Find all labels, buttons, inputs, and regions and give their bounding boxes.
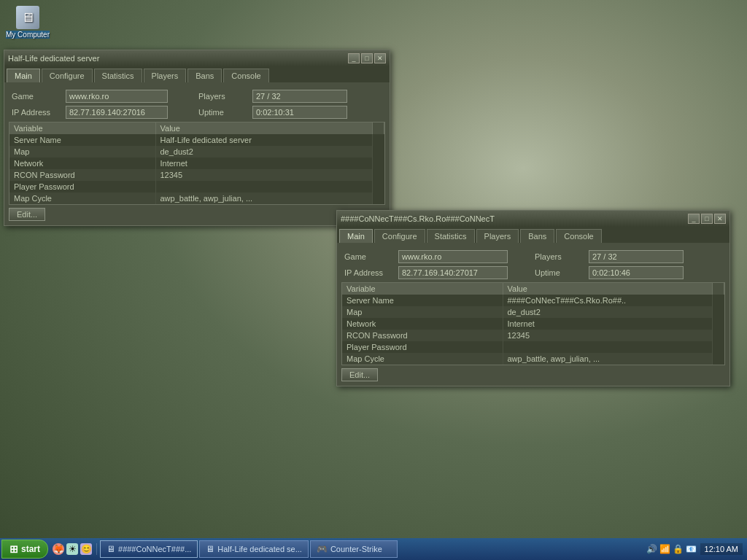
window1-close-button[interactable]: ✕: [374, 53, 386, 63]
window1-edit-button[interactable]: Edit...: [9, 208, 45, 221]
window1-ip-field: IP Address: [12, 106, 196, 119]
window2-tab-players[interactable]: Players: [476, 229, 519, 243]
window2-edit-button[interactable]: Edit...: [341, 368, 378, 381]
window1-minimize-button[interactable]: _: [348, 53, 360, 63]
window1-tab-main[interactable]: Main: [7, 69, 40, 82]
window1-row-val-2: Internet: [155, 158, 373, 169]
window1-titlebar: Half-Life dedicated server _ □ ✕: [4, 50, 390, 66]
my-computer-label: My Computer: [6, 31, 50, 39]
window1-tab-players[interactable]: Players: [144, 69, 187, 82]
taskbar-items: 🖥 ####CoNNecT###... 🖥 Half-Life dedicate…: [97, 540, 642, 558]
window2-players-field: Players: [535, 250, 722, 263]
window1-game-field: Game: [12, 90, 196, 103]
window1-row-var-3: RCON Password: [9, 169, 155, 181]
window2-close-button[interactable]: ✕: [714, 214, 726, 224]
taskbar-item-halflife[interactable]: 🖥 Half-Life dedicated se...: [199, 540, 309, 558]
table-row: Map Cycleawp_battle, awp_julian, ...: [9, 192, 384, 204]
window1-row-var-0: Server Name: [9, 134, 155, 146]
systray-icon-4: 📧: [686, 543, 697, 555]
taskbar-item-halflife-icon: 🖥: [206, 544, 214, 554]
window1-tab-statistics[interactable]: Statistics: [94, 69, 142, 82]
taskbar-right: 🔊 📶 🔒 📧 12:10 AM: [642, 543, 747, 555]
window1-fields: Game Players IP Address Uptime: [9, 87, 385, 122]
window2-tab-console[interactable]: Console: [556, 229, 601, 243]
window1-players-field: Players: [198, 90, 382, 103]
table-row: Server Name####CoNNecT###Cs.Rko.Ro##..: [342, 295, 724, 306]
window2-tab-main[interactable]: Main: [339, 229, 373, 243]
window1-tab-console[interactable]: Console: [223, 69, 268, 82]
start-button[interactable]: ⊞ start: [1, 540, 48, 559]
taskbar-item-halflife-label: Half-Life dedicated se...: [217, 545, 302, 553]
window1-tab-bans[interactable]: Bans: [187, 69, 222, 82]
taskbar-item-connect[interactable]: 🖥 ####CoNNecT###...: [100, 540, 198, 558]
window2-row-var-3: RCON Password: [342, 330, 503, 341]
window2-tab-configure[interactable]: Configure: [374, 229, 425, 243]
window1-table: Variable Value Server NameHalf-Life dedi…: [9, 122, 384, 204]
window2-players-label: Players: [535, 252, 586, 261]
systray-icon-3: 🔒: [673, 543, 684, 555]
window2-players-input[interactable]: [589, 250, 684, 263]
window1-row-var-4: Player Password: [9, 181, 155, 192]
window2-ip-input[interactable]: [398, 266, 508, 279]
window2-row-var-4: Player Password: [342, 341, 503, 353]
window2-table: Variable Value Server Name####CoNNecT###…: [342, 283, 724, 365]
window2-col-variable: Variable: [342, 283, 503, 295]
window2-game-label: Game: [344, 252, 395, 261]
window1-restore-button[interactable]: □: [361, 53, 373, 63]
window2-tab-statistics[interactable]: Statistics: [427, 229, 475, 243]
window1-tab-configure[interactable]: Configure: [42, 69, 93, 82]
taskbar: ⊞ start 🦊 ☀ 😊 🖥 ####CoNNecT###... 🖥 Half…: [0, 538, 747, 560]
desktop: 🖥 My Computer Half-Life dedicated server…: [0, 0, 747, 560]
window1-uptime-label: Uptime: [198, 108, 249, 117]
window2-row-val-5: awp_battle, awp_julian, ...: [503, 353, 713, 365]
window1-players-label: Players: [198, 92, 249, 101]
table-row: Mapde_dust2: [9, 146, 384, 158]
taskbar-clock: 12:10 AM: [700, 543, 743, 555]
window2-game-input[interactable]: [398, 250, 508, 263]
window2-ip-label: IP Address: [344, 268, 395, 277]
my-computer-icon[interactable]: 🖥 My Computer: [6, 6, 50, 39]
window2-row-var-0: Server Name: [342, 295, 503, 306]
window1-row-val-1: de_dust2: [155, 146, 373, 158]
window1-controls: _ □ ✕: [348, 53, 386, 63]
taskbar-item-connect-label: ####CoNNecT###...: [118, 545, 191, 553]
ql-icon-2[interactable]: ☀: [66, 543, 78, 555]
my-computer-icon-img: 🖥: [16, 6, 39, 29]
window1-content: Game Players IP Address Uptime: [4, 82, 390, 225]
ql-icon-3[interactable]: 😊: [80, 543, 92, 555]
window2-row-var-2: Network: [342, 318, 503, 330]
window2-uptime-input[interactable]: [589, 266, 684, 279]
window2-col-value: Value: [503, 283, 713, 295]
window2-row-var-5: Map Cycle: [342, 353, 503, 365]
window2-restore-button[interactable]: □: [701, 214, 713, 224]
firefox-quick-launch-icon[interactable]: 🦊: [53, 543, 64, 555]
window1-table-wrapper: Variable Value Server NameHalf-Life dedi…: [9, 122, 385, 205]
window1-row-val-0: Half-Life dedicated server: [155, 134, 373, 146]
quick-launch-bar: 🦊 ☀ 😊: [48, 543, 97, 555]
window2-row-val-2: Internet: [503, 318, 713, 330]
window1-players-input[interactable]: [252, 90, 347, 103]
window2-controls: _ □ ✕: [688, 214, 726, 224]
window1-row-val-5: awp_battle, awp_julian, ...: [155, 192, 373, 204]
window1-uptime-input[interactable]: [252, 106, 347, 119]
window1-col-value: Value: [155, 122, 373, 134]
window2-tab-bans[interactable]: Bans: [520, 229, 554, 243]
window1-tabbar: Main Configure Statistics Players Bans C…: [4, 66, 390, 82]
table-row: NetworkInternet: [342, 318, 724, 330]
window1-row-var-2: Network: [9, 158, 155, 169]
window-halflife: Half-Life dedicated server _ □ ✕ Main Co…: [4, 50, 390, 226]
window1-uptime-field: Uptime: [198, 106, 382, 119]
systray-icon-2: 📶: [659, 543, 671, 555]
window2-fields: Game Players IP Address Uptime: [341, 247, 725, 282]
taskbar-item-cs-icon: 🎮: [317, 544, 328, 554]
table-row: Player Password: [9, 181, 384, 192]
taskbar-item-counterstrike[interactable]: 🎮 Counter-Strike: [310, 540, 398, 558]
window1-title: Half-Life dedicated server: [8, 54, 348, 63]
window1-game-input[interactable]: [66, 90, 168, 103]
window1-row-var-1: Map: [9, 146, 155, 158]
table-row: RCON Password12345: [342, 330, 724, 341]
table-row: Player Password: [342, 341, 724, 353]
window1-ip-input[interactable]: [66, 106, 168, 119]
window2-uptime-field: Uptime: [535, 266, 722, 279]
window2-minimize-button[interactable]: _: [688, 214, 700, 224]
